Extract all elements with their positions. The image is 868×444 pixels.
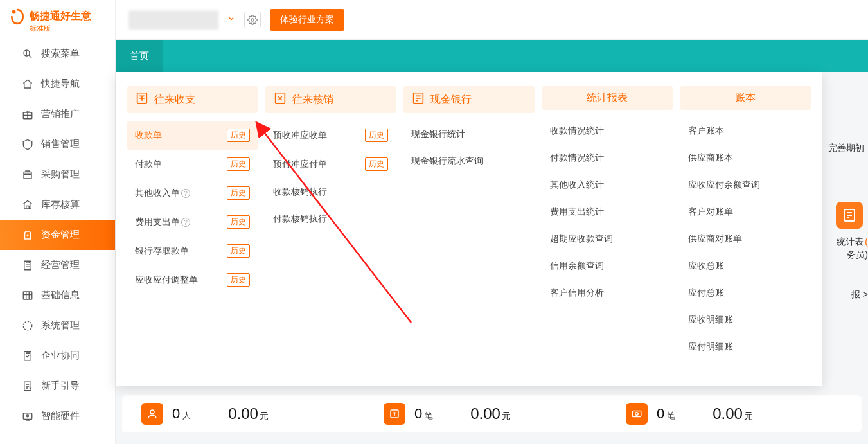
menu-item[interactable]: 预付冲应付单历史 (265, 150, 396, 179)
stat-icon (141, 403, 163, 425)
col-header-icon (273, 91, 287, 108)
help-icon[interactable]: ? (181, 189, 190, 198)
menu-item[interactable]: 其他收入统计 (542, 172, 673, 199)
peek-right: 完善期初 (828, 109, 868, 163)
sidebar-item-10[interactable]: 企业协同 (0, 341, 115, 371)
menu-item[interactable]: 应收明细账 (680, 306, 811, 333)
menu-label: 供应商对账单 (688, 233, 742, 245)
menu-label: 付款单 (135, 159, 162, 170)
nav-label: 企业协同 (41, 350, 80, 362)
menu-item[interactable]: 客户账本 (680, 118, 811, 145)
col-header-icon (135, 91, 149, 108)
col-header: 账本 (680, 86, 811, 110)
sidebar-item-7[interactable]: 经营管理 (0, 250, 115, 280)
sidebar-item-0[interactable]: 搜索菜单 (0, 39, 115, 69)
menu-item[interactable]: 费用支出统计 (542, 199, 673, 226)
history-tag[interactable]: 历史 (227, 157, 250, 171)
col-title: 往来收支 (154, 93, 195, 107)
svg-rect-3 (24, 172, 31, 179)
history-tag[interactable]: 历史 (227, 215, 250, 229)
stat-icon (626, 403, 648, 425)
history-tag[interactable]: 历史 (365, 157, 388, 171)
nav-icon (22, 350, 33, 362)
nav-label: 新手引导 (41, 380, 80, 392)
menu-item[interactable]: 应收总账 (680, 253, 811, 280)
history-tag[interactable]: 历史 (227, 186, 250, 200)
sidebar-item-4[interactable]: 采购管理 (0, 159, 115, 190)
menu-item[interactable]: 应收应付余额查询 (680, 172, 811, 199)
menu-item[interactable]: 信用余额查询 (542, 253, 673, 280)
sidebar-item-1[interactable]: 快捷导航 (0, 69, 115, 99)
menu-item[interactable]: 现金银行流水查询 (403, 148, 534, 175)
menu-label: 应收总账 (688, 260, 724, 272)
menu-item[interactable]: 客户对账单 (680, 199, 811, 226)
menu-item[interactable]: 付款情况统计 (542, 145, 673, 172)
nav-icon (22, 320, 33, 332)
menu-item[interactable]: 现金银行统计 (403, 121, 534, 148)
menu-item[interactable]: 应付明细账 (680, 333, 811, 360)
svg-point-6 (23, 321, 32, 330)
menu-label: 收款单 (135, 130, 162, 141)
menu-item[interactable]: 收款核销执行 (265, 179, 396, 206)
menu-label: 收款核销执行 (273, 186, 327, 198)
nav-label: 库存核算 (41, 199, 80, 211)
nav-icon (22, 199, 33, 211)
sidebar: 畅捷通好生意 标准版 搜索菜单快捷导航营销推广销售管理采购管理库存核算资金管理经… (0, 0, 116, 444)
tab-home[interactable]: 首页 (116, 40, 163, 72)
sidebar-item-5[interactable]: 库存核算 (0, 190, 115, 220)
menu-item[interactable]: 预收冲应收单历史 (265, 121, 396, 150)
peek-orange-icon[interactable] (836, 202, 863, 229)
col-title: 账本 (735, 91, 756, 105)
org-name-blurred (128, 10, 218, 30)
menu-item[interactable]: 供应商对账单 (680, 226, 811, 253)
menu-label: 应收应付余额查询 (688, 179, 760, 191)
menu-item[interactable]: 收款单历史 (127, 121, 258, 150)
nav-label: 资金管理 (41, 229, 80, 241)
menu-item[interactable]: 付款单历史 (127, 150, 258, 179)
history-tag[interactable]: 历史 (227, 273, 250, 287)
help-icon[interactable]: ? (181, 218, 190, 227)
menu-item[interactable]: 费用支出单?历史 (127, 208, 258, 236)
nav-label: 基础信息 (41, 289, 80, 301)
sidebar-item-6[interactable]: 资金管理 (0, 220, 115, 250)
industry-plan-button[interactable]: 体验行业方案 (270, 9, 344, 31)
menu-item[interactable]: 客户信用分析 (542, 280, 673, 306)
sidebar-item-12[interactable]: 智能硬件 (0, 401, 115, 431)
menu-item[interactable]: 其他收入单?历史 (127, 179, 258, 208)
sidebar-item-8[interactable]: 基础信息 (0, 280, 115, 310)
stats-row: 0人 0.00元 0笔 0.00元 0笔 0.00元 (122, 395, 862, 432)
col-title: 往来核销 (292, 93, 333, 107)
menu-item[interactable]: 收款情况统计 (542, 118, 673, 145)
nav-label: 采购管理 (41, 168, 80, 181)
menu-label: 客户信用分析 (550, 287, 604, 299)
megamenu-col-3: 统计报表收款情况统计付款情况统计其他收入统计费用支出统计超期应收款查询信用余额查… (542, 86, 673, 360)
stat-card-2: 0笔 0.00元 (626, 403, 842, 425)
menu-item[interactable]: 超期应收款查询 (542, 226, 673, 253)
history-tag[interactable]: 历史 (227, 129, 250, 142)
sidebar-item-9[interactable]: 系统管理 (0, 310, 115, 341)
svg-point-0 (13, 10, 15, 12)
sidebar-item-2[interactable]: 营销推广 (0, 99, 115, 129)
menu-item[interactable]: 应付总账 (680, 280, 811, 306)
sidebar-item-11[interactable]: 新手引导 (0, 371, 115, 401)
gear-icon[interactable] (244, 12, 261, 28)
menu-item[interactable]: 银行存取款单历史 (127, 236, 258, 265)
chevron-down-icon[interactable] (227, 15, 235, 24)
menu-label: 预收冲应收单 (273, 130, 327, 141)
menu-label: 应收应付调整单 (135, 274, 198, 286)
menu-item[interactable]: 供应商账本 (680, 145, 811, 172)
sidebar-item-3[interactable]: 销售管理 (0, 129, 115, 159)
brand-icon (9, 8, 26, 25)
menu-label: 付款核销执行 (273, 213, 327, 225)
nav-icon (22, 109, 33, 120)
brand-logo: 畅捷通好生意 标准版 (0, 0, 115, 39)
history-tag[interactable]: 历史 (227, 244, 250, 258)
history-tag[interactable]: 历史 (365, 129, 388, 142)
menu-item[interactable]: 应收应付调整单历史 (127, 265, 258, 294)
menu-item[interactable]: 付款核销执行 (265, 206, 396, 233)
nav-icon (22, 290, 33, 301)
funds-megamenu: 往来收支收款单历史付款单历史其他收入单?历史费用支出单?历史银行存取款单历史应收… (116, 72, 822, 386)
stat-money: 0.00元 (713, 405, 753, 423)
menu-label: 客户账本 (688, 125, 724, 137)
stat-card-0: 0人 0.00元 (141, 403, 358, 425)
